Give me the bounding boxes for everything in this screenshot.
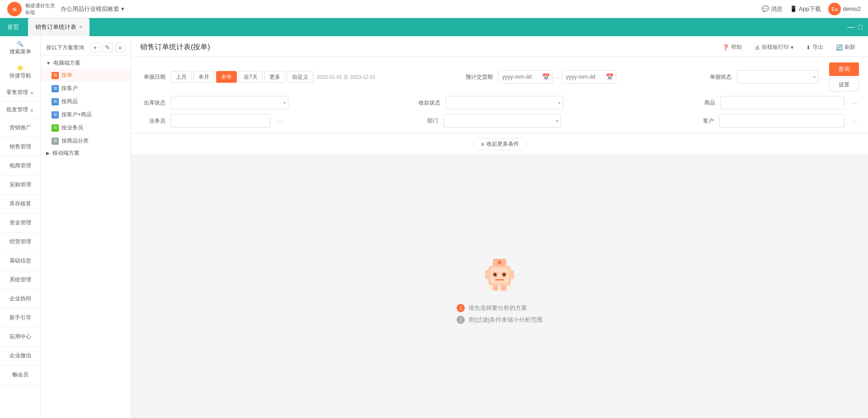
template-print-button[interactable]: 🖨 按模板打印 ▾ bbox=[751, 42, 797, 53]
expected-date-label: 预计交货期 bbox=[466, 73, 493, 81]
empty-tip-1: 1 请先选择要分析的方案 bbox=[457, 304, 527, 312]
sidebar-item-retail[interactable]: 零售管理 ▲ bbox=[0, 84, 40, 101]
sidebar-item-sales[interactable]: 销售管理 bbox=[0, 138, 40, 157]
sidebar-item-finance[interactable]: 资金管理 bbox=[0, 214, 40, 233]
section-pc[interactable]: ▼ 电脑端方案 bbox=[41, 57, 131, 69]
scheme-item-by-product[interactable]: 按 按商品 bbox=[41, 95, 131, 108]
breadcrumb-select[interactable]: 办公用品行业模拟账套 ▾ bbox=[61, 5, 124, 13]
scheme-item-by-salesperson[interactable]: 按 按业务员 bbox=[41, 121, 131, 134]
payment-status-label: 收款状态 bbox=[415, 99, 440, 107]
sidebar-item-corp[interactable]: 企业协同 bbox=[0, 290, 40, 309]
message-icon: 💬 bbox=[762, 5, 769, 12]
date-range-display: 2023-01-01 至 2023-12-31 bbox=[317, 74, 376, 81]
doc-status-select[interactable] bbox=[737, 70, 818, 84]
salesperson-input[interactable] bbox=[171, 114, 270, 128]
collapse-panel-button[interactable]: « bbox=[115, 43, 125, 52]
refresh-button[interactable]: 🔄 刷新 bbox=[832, 42, 859, 53]
sidebar-item-basic[interactable]: 基础信息 bbox=[0, 252, 40, 271]
salesperson-label: 业务员 bbox=[140, 117, 165, 125]
scheme-item-by-customer[interactable]: 按 按客户 bbox=[41, 82, 131, 95]
calendar-end-icon[interactable]: 📅 bbox=[606, 73, 613, 81]
sidebar-item-quicknav[interactable]: ⭐ 快捷导航 bbox=[0, 60, 40, 84]
search-button[interactable]: 查询 bbox=[829, 62, 859, 76]
scheme-item-by-cust-prod[interactable]: 按 按客户+商品 bbox=[41, 108, 131, 121]
tab-sales-order-stats[interactable]: 销售订单统计表 × bbox=[28, 18, 90, 36]
panel-title: 按以下方案查询 bbox=[46, 44, 87, 52]
product-more-icon[interactable]: ··· bbox=[850, 99, 859, 106]
salesperson-more-icon[interactable]: ··· bbox=[276, 117, 285, 124]
date-btn-lastmonth[interactable]: 上月 bbox=[171, 71, 192, 83]
sidebar-item-newguide[interactable]: 新手引导 bbox=[0, 309, 40, 328]
section-mobile[interactable]: ▶ 移动端方案 bbox=[41, 147, 131, 159]
collapse-more-button[interactable]: ∧ 收起更多条件 bbox=[473, 138, 527, 150]
collapse-bar: ∧ 收起更多条件 bbox=[131, 133, 868, 155]
user-action[interactable]: Ea demo2 bbox=[828, 3, 861, 15]
date-btn-7days[interactable]: 近7天 bbox=[239, 71, 263, 83]
top-header: 畅 畅捷通好生意 标版 办公用品行业模拟账套 ▾ 💬 消息 📱 App下载 Ea… bbox=[0, 0, 868, 18]
svg-point-11 bbox=[498, 261, 501, 264]
sidebar-item-member[interactable]: 畅会员 bbox=[0, 366, 40, 385]
expected-date-group: 📅 — 📅 bbox=[498, 70, 616, 84]
help-button[interactable]: ❓ 帮助 bbox=[719, 42, 745, 53]
sidebar-item-ecom[interactable]: 电商管理 bbox=[0, 157, 40, 176]
sidebar-item-appstore[interactable]: 应用中心 bbox=[0, 328, 40, 347]
customer-input[interactable] bbox=[719, 114, 844, 128]
help-icon: ❓ bbox=[722, 44, 729, 51]
sidebar-item-wholesale[interactable]: 批发管理 ▲ bbox=[0, 101, 40, 119]
empty-tip-2: 2 用[过滤]条件来缩小分析范围 bbox=[457, 316, 542, 324]
app-icon: 📱 bbox=[790, 5, 797, 12]
calendar-start-icon[interactable]: 📅 bbox=[542, 73, 550, 81]
product-input[interactable] bbox=[721, 96, 844, 109]
filter-row-1: 单据日期 上月 本月 本年 近7天 更多 自定义 2023-01-01 至 20… bbox=[140, 62, 859, 91]
settings-button[interactable]: 设置 bbox=[829, 78, 859, 91]
minimize-icon[interactable]: — bbox=[847, 23, 854, 31]
main-panel: 销售订单统计表(按单) ❓ 帮助 🖨 按模板打印 ▾ ⬇ 导出 bbox=[131, 36, 868, 418]
scheme-icon-product: 按 bbox=[52, 98, 59, 105]
edit-scheme-button[interactable]: ✎ bbox=[103, 43, 113, 52]
date-btn-custom[interactable]: 自定义 bbox=[287, 71, 313, 83]
sidebar-item-purchase[interactable]: 采购管理 bbox=[0, 176, 40, 195]
date-separator: — bbox=[554, 74, 560, 81]
add-scheme-button[interactable]: + bbox=[90, 43, 100, 52]
scheme-icon-custprod: 按 bbox=[52, 111, 59, 119]
sidebar-item-corpwx[interactable]: 企业微信 bbox=[0, 347, 40, 366]
chevron-down-icon: ▾ bbox=[121, 5, 124, 12]
export-button[interactable]: ⬇ 导出 bbox=[802, 42, 827, 53]
sidebar-item-marketing[interactable]: 营销推广 bbox=[0, 119, 40, 138]
chevron-icon: ▲ bbox=[30, 107, 34, 112]
sidebar-item-search[interactable]: 🔍 搜索菜单 bbox=[0, 36, 40, 60]
search-icon: 🔍 bbox=[17, 41, 24, 47]
date-btn-more[interactable]: 更多 bbox=[264, 71, 285, 83]
sidebar-item-operation[interactable]: 经营管理 bbox=[0, 233, 40, 252]
sidebar-item-inventory[interactable]: 库存核算 bbox=[0, 195, 40, 214]
message-action[interactable]: 💬 消息 bbox=[762, 5, 783, 13]
sidebar-item-system[interactable]: 系统管理 bbox=[0, 271, 40, 290]
doc-status-wrapper: ▾ bbox=[737, 70, 818, 84]
chevron-up-icon: ∧ bbox=[481, 141, 485, 147]
header-right: 💬 消息 📱 App下载 Ea demo2 bbox=[762, 3, 861, 15]
chevron-right-icon: ▶ bbox=[46, 151, 50, 156]
ship-status-wrapper: ▾ bbox=[171, 96, 288, 109]
filter-area: 单据日期 上月 本月 本年 近7天 更多 自定义 2023-01-01 至 20… bbox=[131, 57, 868, 133]
tip-num-2: 2 bbox=[457, 316, 465, 324]
svg-rect-12 bbox=[485, 270, 489, 279]
chevron-down-icon: ▼ bbox=[46, 61, 51, 66]
date-btn-thisyear[interactable]: 本年 bbox=[216, 71, 237, 83]
product-label: 商品 bbox=[690, 99, 715, 107]
dept-select[interactable] bbox=[443, 114, 561, 128]
payment-status-select[interactable] bbox=[446, 96, 563, 109]
customer-more-icon[interactable]: ··· bbox=[850, 117, 859, 124]
page-title: 销售订单统计表(按单) bbox=[140, 43, 210, 52]
main-layout: 🔍 搜索菜单 ⭐ 快捷导航 零售管理 ▲ 批发管理 ▲ 营销推广 销售管理 电商… bbox=[0, 36, 868, 418]
svg-rect-9 bbox=[495, 279, 504, 280]
app-download-action[interactable]: 📱 App下载 bbox=[790, 5, 821, 13]
tab-bar-right: — □ bbox=[847, 23, 868, 31]
date-btn-thismonth[interactable]: 本月 bbox=[193, 71, 214, 83]
tab-home[interactable]: 首页 bbox=[0, 18, 26, 36]
tab-close-icon[interactable]: × bbox=[79, 24, 82, 30]
scheme-item-by-order[interactable]: 按 按单 bbox=[41, 69, 131, 82]
maximize-icon[interactable]: □ bbox=[858, 23, 863, 31]
scheme-item-by-category[interactable]: 按 按商品分类 bbox=[41, 134, 131, 147]
dropdown-arrow-icon: ▾ bbox=[791, 44, 793, 51]
ship-status-select[interactable] bbox=[171, 96, 288, 109]
